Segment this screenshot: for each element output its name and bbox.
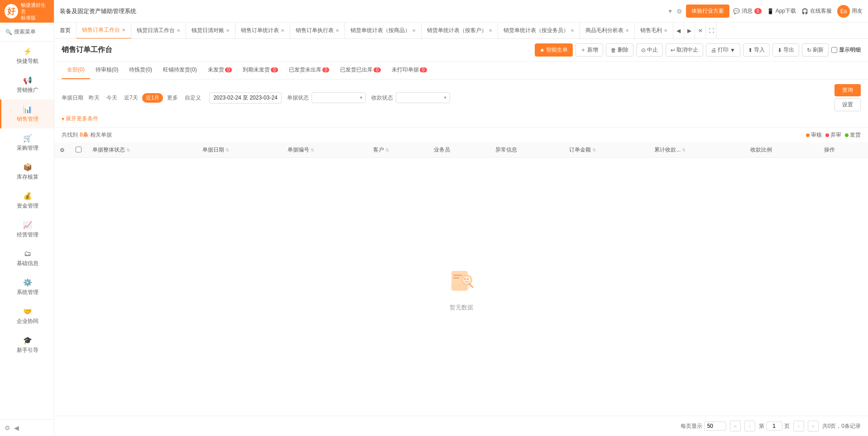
tab-cash-daily[interactable]: 钱货日清工作台 ✕ bbox=[131, 23, 186, 39]
col-amount[interactable]: 订单金额 ⇅ bbox=[564, 142, 649, 158]
payment-select-wrap bbox=[396, 92, 450, 103]
tab-close-margin-analysis[interactable]: ✕ bbox=[625, 28, 629, 33]
tab-close-sales-exec[interactable]: ✕ bbox=[336, 28, 339, 33]
tab-sales-exec[interactable]: 销售订单执行表 ✕ bbox=[290, 23, 345, 39]
sub-tab-shipped-out[interactable]: 已发货已出库0 bbox=[335, 62, 386, 79]
tab-close-sales-order[interactable]: ✕ bbox=[122, 28, 125, 33]
sub-tab-not-shipped[interactable]: 未发货0 bbox=[202, 62, 238, 79]
un-review-action-button[interactable]: 弃审 bbox=[825, 131, 841, 139]
date-btn-today[interactable]: 今天 bbox=[104, 93, 120, 103]
tab-cash-reconcile[interactable]: 钱货日清对账 ✕ bbox=[186, 23, 235, 39]
tab-close-sales-profit[interactable]: ✕ bbox=[664, 28, 667, 33]
sub-tab-expired-not-shipped[interactable]: 到期未发货0 bbox=[237, 62, 283, 79]
print-button[interactable]: 🖨 打印 ▼ bbox=[706, 43, 740, 57]
tab-goods-stats-product[interactable]: 销货单统计表（按商品） ✕ bbox=[345, 23, 422, 39]
tab-sales-order[interactable]: 销售订单工作台 ✕ bbox=[77, 23, 131, 39]
ship-action-button[interactable]: 发货 bbox=[845, 131, 861, 139]
tab-sales-profit[interactable]: 销售毛利 ✕ bbox=[635, 23, 673, 39]
settings-button[interactable]: 设置 bbox=[834, 98, 861, 111]
tab-margin-analysis[interactable]: 商品毛利分析表 ✕ bbox=[580, 23, 635, 39]
per-page-select[interactable]: 10 20 50 100 bbox=[704, 422, 726, 431]
col-settings[interactable]: ⚙ bbox=[54, 142, 70, 158]
tab-close-goods-stats-staff[interactable]: ✕ bbox=[571, 28, 574, 33]
tab-home[interactable]: 首页 bbox=[54, 23, 77, 39]
tab-sales-stats[interactable]: 销售订单统计表 ✕ bbox=[235, 23, 290, 39]
tab-scroll-left-button[interactable]: ◀ bbox=[673, 23, 684, 39]
status-select[interactable] bbox=[312, 92, 366, 103]
table-scroll-area[interactable]: ⚙ 单据整体状态 ⇅ bbox=[54, 142, 868, 158]
sidebar-item-operations[interactable]: 📈 经营管理 bbox=[0, 215, 54, 244]
smart-create-button[interactable]: ★ 智能生单 bbox=[535, 43, 573, 57]
stop-button[interactable]: ⊙ 中止 bbox=[636, 43, 663, 57]
print-icon: 🖨 bbox=[711, 47, 716, 53]
sidebar-collapse-icon[interactable]: ◀ bbox=[14, 424, 19, 431]
message-button[interactable]: 💬 消息 6 bbox=[733, 7, 762, 15]
import-button[interactable]: ⬆ 导入 bbox=[743, 43, 770, 57]
tab-close-goods-stats-product[interactable]: ✕ bbox=[412, 28, 416, 33]
search-menu-button[interactable]: 🔍 搜索菜单 bbox=[4, 26, 50, 38]
sort-number-icon: ⇅ bbox=[311, 147, 314, 152]
sub-tab-not-printed[interactable]: 未打印单据0 bbox=[386, 62, 432, 79]
system-gear-icon[interactable]: ⚙ bbox=[676, 8, 682, 15]
date-range-display[interactable]: 2023-02-24 至 2023-03-24 bbox=[209, 92, 281, 104]
show-detail-label[interactable]: 显示明细 bbox=[831, 46, 861, 54]
date-btn-more[interactable]: 更多 bbox=[164, 93, 181, 103]
tab-goods-stats-customer[interactable]: 销货单统计表（按客户） ✕ bbox=[422, 23, 498, 39]
sidebar-item-inventory[interactable]: 📦 库存核算 bbox=[0, 157, 54, 186]
tab-scroll-right-button[interactable]: ▶ bbox=[684, 23, 695, 39]
user-button[interactable]: Ea 用友 bbox=[837, 5, 863, 18]
show-detail-checkbox[interactable] bbox=[831, 47, 837, 53]
date-btn-7days[interactable]: 近7天 bbox=[121, 93, 141, 103]
first-page-button[interactable]: « bbox=[730, 421, 741, 431]
sidebar-item-finance[interactable]: 💰 资金管理 bbox=[0, 186, 54, 215]
next-page-button[interactable]: › bbox=[793, 421, 804, 431]
col-number[interactable]: 单据编号 ⇅ bbox=[282, 142, 367, 158]
solution-button[interactable]: 体验行业方案 bbox=[686, 5, 729, 18]
select-all-checkbox[interactable] bbox=[76, 147, 82, 152]
page-number-input[interactable] bbox=[766, 422, 782, 431]
sub-tab-pending-inspect[interactable]: 待拣货(0) bbox=[124, 62, 158, 79]
review-action-button[interactable]: 审核 bbox=[806, 131, 822, 139]
expand-conditions-button[interactable]: ▾ 展开更多条件 bbox=[62, 115, 861, 123]
refresh-button[interactable]: ↻ 刷新 bbox=[802, 43, 829, 57]
sidebar-item-quick-nav[interactable]: ⚡ 快捷导航 bbox=[0, 42, 54, 71]
last-page-button[interactable]: » bbox=[808, 421, 819, 431]
tab-maximize-button[interactable]: ⛶ bbox=[706, 23, 717, 39]
sidebar-item-sales[interactable]: 📊 销售管理 bbox=[0, 100, 54, 128]
date-btn-1month[interactable]: 近1月 bbox=[142, 93, 163, 103]
col-date[interactable]: 单据日期 ⇅ bbox=[197, 142, 282, 158]
tab-close-cash-reconcile[interactable]: ✕ bbox=[226, 28, 230, 33]
date-btn-custom[interactable]: 自定义 bbox=[182, 93, 204, 103]
sidebar-item-guide[interactable]: 🎓 新手引导 bbox=[0, 331, 54, 360]
delete-button[interactable]: 🗑 删除 bbox=[606, 43, 633, 57]
sidebar-item-system[interactable]: ⚙️ 系统管理 bbox=[0, 273, 54, 302]
sub-tab-wangpu-pending[interactable]: 旺铺待发货(0) bbox=[158, 62, 202, 79]
payment-select[interactable] bbox=[396, 92, 450, 103]
online-service-button[interactable]: 🎧 在线客服 bbox=[801, 7, 832, 15]
svg-rect-3 bbox=[453, 277, 460, 279]
tab-close-goods-stats-customer[interactable]: ✕ bbox=[489, 28, 492, 33]
sub-tab-pending-review[interactable]: 待审核(0) bbox=[90, 62, 124, 79]
tab-goods-stats-staff[interactable]: 销货单统计表（按业务员） ✕ bbox=[498, 23, 580, 39]
sub-tab-shipped-not-out[interactable]: 已发货未出库0 bbox=[283, 62, 335, 79]
sidebar-item-enterprise[interactable]: 🤝 企业协同 bbox=[0, 302, 54, 331]
tab-close-cash-daily[interactable]: ✕ bbox=[177, 28, 180, 33]
system-dropdown-icon[interactable]: ▼ bbox=[667, 8, 673, 14]
prev-page-button[interactable]: ‹ bbox=[744, 421, 755, 431]
sidebar-item-marketing[interactable]: 📢 营销推广 bbox=[0, 71, 54, 100]
add-button[interactable]: ＋ 新增 bbox=[575, 43, 603, 57]
sidebar-item-basic[interactable]: 🗂 基础信息 bbox=[0, 244, 54, 273]
col-status[interactable]: 单据整体状态 ⇅ bbox=[87, 142, 197, 158]
date-btn-yesterday[interactable]: 昨天 bbox=[86, 93, 102, 103]
query-button[interactable]: 查询 bbox=[834, 84, 861, 96]
tab-close-all-button[interactable]: ✕ bbox=[695, 23, 706, 39]
tab-close-sales-stats[interactable]: ✕ bbox=[281, 28, 284, 33]
app-download-button[interactable]: 📱 App下载 bbox=[767, 7, 796, 15]
sidebar-settings-icon[interactable]: ⚙ bbox=[5, 424, 10, 431]
sidebar-item-purchase[interactable]: 🛒 采购管理 bbox=[0, 128, 54, 157]
col-collected[interactable]: 累计收款... ⇅ bbox=[649, 142, 744, 158]
cancel-stop-button[interactable]: ↩ 取消中止 bbox=[666, 43, 703, 57]
export-button[interactable]: ⬇ 导出 bbox=[772, 43, 799, 57]
sub-tab-all[interactable]: 全部(0) bbox=[62, 62, 90, 79]
col-customer[interactable]: 客户 ⇅ bbox=[368, 142, 428, 158]
